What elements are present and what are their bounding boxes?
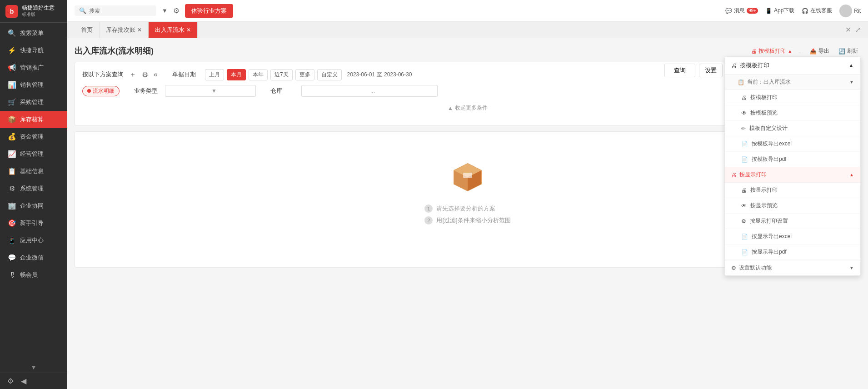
sidebar-item-system[interactable]: ⚙ 系统管理 xyxy=(0,180,67,197)
dropdown-item-label: 按显示打印 xyxy=(750,186,778,194)
refresh-icon: 🔄 xyxy=(838,48,845,55)
step-1-label: 请先选择要分析的方案 xyxy=(436,203,495,214)
step-num-1: 1 xyxy=(424,204,433,213)
date-btn-current-year[interactable]: 本年 xyxy=(249,69,268,80)
print-template-button[interactable]: 🖨 按模板打印 ▲ xyxy=(748,45,795,57)
filter-tag-label: 流水明细 xyxy=(93,87,115,95)
sales-icon: 📊 xyxy=(7,81,16,89)
date-btn-custom[interactable]: 自定义 xyxy=(317,69,342,80)
settings-icon[interactable]: ⚙ xyxy=(7,377,14,385)
tab-home-label: 首页 xyxy=(81,26,93,34)
dropdown-item-export-pdf-display[interactable]: 📄 按显示导出pdf xyxy=(725,244,860,260)
chevron-up-header-icon[interactable]: ▲ xyxy=(848,62,854,69)
preview-display-icon: 👁 xyxy=(741,203,747,209)
tab-batch-account[interactable]: 库存批次账 ✕ xyxy=(100,22,149,38)
dropdown-item-label: 模板自定义设计 xyxy=(749,125,788,132)
query-button[interactable]: 查询 xyxy=(664,64,695,77)
topbar: 🔍 ▼ ⚙ 体验行业方案 💬 消息 99+ 📱 App下载 🎧 在线客服 Rit xyxy=(67,0,868,22)
sidebar-item-member[interactable]: 🎖 畅会员 xyxy=(0,266,67,284)
business-type-label: 业务类型 xyxy=(134,87,161,95)
gear-icon[interactable]: ⚙ xyxy=(173,6,180,15)
finance-icon: 💰 xyxy=(7,133,16,141)
service-icon: 🎧 xyxy=(802,8,808,14)
sidebar-item-finance[interactable]: 💰 资金管理 xyxy=(0,128,67,145)
sidebar-item-marketing[interactable]: 📢 营销推广 xyxy=(0,59,67,76)
dropdown-header-label: 按模板打印 xyxy=(740,61,769,70)
search-input[interactable] xyxy=(89,8,144,14)
sidebar-item-sales[interactable]: 📊 销售管理 xyxy=(0,76,67,94)
dropdown-item-label: 按显示预览 xyxy=(750,202,778,209)
footer-settings-icon: ⚙ xyxy=(731,265,736,271)
sidebar-item-guide[interactable]: 🎯 新手引导 xyxy=(0,214,67,232)
empty-step-1: 1 请先选择要分析的方案 xyxy=(424,203,510,214)
dropdown-item-export-excel-display[interactable]: 📄 按显示导出excel xyxy=(725,229,860,244)
sidebar-scroll-down[interactable]: ▼ xyxy=(0,362,67,373)
print-dropdown-panel: 🖨 按模板打印 ▲ 📋 当前：出入库流水 ▼ 🖨 按模板打印 👁 按模板预览 xyxy=(724,56,861,276)
collapse-conditions-button[interactable]: ▲ 收起更多条件 xyxy=(445,101,490,115)
dropdown-section-display[interactable]: 🖨 按显示打印 ▲ xyxy=(725,167,860,183)
industry-solution-button[interactable]: 体验行业方案 xyxy=(185,4,233,18)
refresh-button[interactable]: 🔄 刷新 xyxy=(836,45,861,57)
enterprise-icon: 🏢 xyxy=(7,202,16,210)
close-all-tabs-button[interactable]: ✕ xyxy=(845,25,851,34)
export-button[interactable]: 📤 导出 xyxy=(807,45,832,57)
sidebar-item-label: 新手引导 xyxy=(20,219,44,227)
tab-flow[interactable]: 出入库流水 ✕ xyxy=(149,22,198,38)
tab-batch-account-label: 库存批次账 xyxy=(106,26,135,34)
preview-icon: 👁 xyxy=(741,110,747,116)
wechat-icon: 💬 xyxy=(7,254,16,262)
sidebar-item-wechat[interactable]: 💬 企业微信 xyxy=(0,249,67,266)
dropdown-item-export-excel-template[interactable]: 📄 按模板导出excel xyxy=(725,136,860,152)
dropdown-item-custom-design[interactable]: ✏ 模板自定义设计 xyxy=(725,121,860,136)
basic-info-icon: 📋 xyxy=(7,167,16,175)
business-type-select[interactable]: ▼ xyxy=(165,85,256,97)
filter-tag-dot xyxy=(87,89,91,93)
settings-query-button[interactable]: 设置 xyxy=(699,64,723,77)
dropdown-item-print-settings-display[interactable]: ⚙ 按显示打印设置 xyxy=(725,214,860,229)
dropdown-item-preview-display[interactable]: 👁 按显示预览 xyxy=(725,198,860,214)
app-download-button[interactable]: 📱 App下载 xyxy=(765,7,794,15)
date-group: 上月 本月 本年 近7天 更多 自定义 xyxy=(205,69,342,80)
tab-batch-account-close[interactable]: ✕ xyxy=(137,27,142,33)
sidebar-item-operations[interactable]: 📈 经营管理 xyxy=(0,145,67,163)
user-avatar-area[interactable]: Rit xyxy=(839,5,861,17)
dropdown-item-export-pdf-template[interactable]: 📄 按模板导出pdf xyxy=(725,152,860,167)
date-btn-more[interactable]: 更多 xyxy=(295,69,314,80)
warehouse-select[interactable]: ... xyxy=(301,85,438,97)
chevron-up-icon: ▲ xyxy=(788,49,792,54)
date-btn-current-month[interactable]: 本月 xyxy=(227,69,246,80)
filter-tag[interactable]: 流水明细 xyxy=(82,86,120,96)
dropdown-item-print-display[interactable]: 🖨 按显示打印 xyxy=(725,183,860,198)
sidebar-logo: b 畅捷通好生意 标准版 xyxy=(0,0,67,23)
date-btn-last-7-days[interactable]: 近7天 xyxy=(270,69,293,80)
dropdown-item-preview-template[interactable]: 👁 按模板预览 xyxy=(725,105,860,121)
topbar-dropdown-icon[interactable]: ▼ xyxy=(162,7,168,14)
date-btn-last-month[interactable]: 上月 xyxy=(205,69,224,80)
sidebar-item-basic-info[interactable]: 📋 基础信息 xyxy=(0,163,67,180)
print-template-label: 按模板打印 xyxy=(758,47,786,55)
expand-tabs-button[interactable]: ⤢ xyxy=(855,25,861,34)
dropdown-footer-settings[interactable]: ⚙ 设置默认功能 ▼ xyxy=(725,260,860,275)
chevron-down-current-icon[interactable]: ▼ xyxy=(849,80,854,85)
sidebar-item-label: 资金管理 xyxy=(20,133,44,141)
empty-step-2: 2 用[过滤]条件来缩小分析范围 xyxy=(424,214,510,226)
collapse-sidebar-icon[interactable]: ◀ xyxy=(21,377,26,385)
sidebar-item-label: 基础信息 xyxy=(20,167,44,175)
message-button[interactable]: 💬 消息 99+ xyxy=(725,7,758,15)
query-collapse-button[interactable]: « xyxy=(154,70,158,79)
sidebar-item-app-center[interactable]: 📱 应用中心 xyxy=(0,232,67,249)
query-add-button[interactable]: ＋ xyxy=(129,70,136,80)
sidebar-item-purchase[interactable]: 🛒 采购管理 xyxy=(0,94,67,111)
sidebar-item-enterprise[interactable]: 🏢 企业协同 xyxy=(0,197,67,214)
search-icon: 🔍 xyxy=(79,7,86,14)
tab-flow-close[interactable]: ✕ xyxy=(186,27,191,33)
topbar-search-box[interactable]: 🔍 xyxy=(75,5,156,16)
query-settings-button[interactable]: ⚙ xyxy=(142,70,148,79)
tab-home[interactable]: 首页 xyxy=(75,22,100,38)
dropdown-item-print-template[interactable]: 🖨 按模板打印 xyxy=(725,90,860,105)
sidebar-item-inventory[interactable]: 📦 库存核算 xyxy=(0,111,67,128)
toolbar-sep1: ... xyxy=(798,48,803,55)
sidebar-item-quick-nav[interactable]: ⚡ 快捷导航 xyxy=(0,42,67,59)
sidebar-item-search[interactable]: 🔍 搜索菜单 xyxy=(0,25,67,42)
customer-service-button[interactable]: 🎧 在线客服 xyxy=(802,7,832,15)
